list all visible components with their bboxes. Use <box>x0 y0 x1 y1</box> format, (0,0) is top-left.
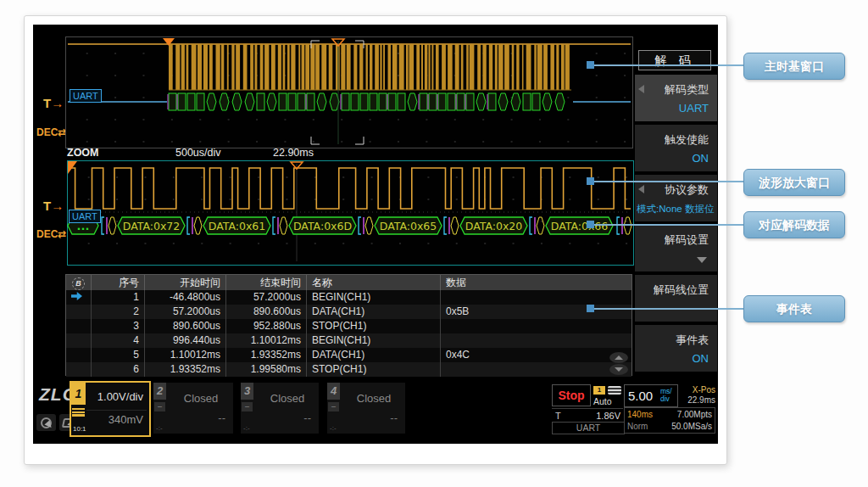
table-row[interactable]: 1-46.4800us57.2000usBEGIN(CH1) <box>66 290 632 305</box>
waveform-zoom-window[interactable]: ...DATA:0x72DATA:0x61DATA:0x6DDATA:0x65D… <box>67 160 634 266</box>
trigger-status-cluster[interactable]: Stop 1 Auto T 1.86V UART <box>550 383 625 434</box>
menu-item-extra: 模式:None 数据位 <box>637 203 717 216</box>
menu-item-label: 解码线位置 <box>654 283 709 298</box>
sample-rate: 50.0MSa/s <box>671 422 712 431</box>
menu-item-5[interactable]: 事件表ON <box>635 325 717 372</box>
menu-item-0[interactable]: 解码类型UART <box>635 75 717 121</box>
row-marker-cell <box>66 305 91 319</box>
acquire-mode: Norm <box>627 422 648 431</box>
menu-items: 解码类型UART触发使能ON协议参数模式:None 数据位解码设置解码线位置事件… <box>635 75 717 372</box>
zoom-waveform-and-decode: ...DATA:0x72DATA:0x61DATA:0x6DDATA:0x65D… <box>68 161 633 265</box>
menu-item-1[interactable]: 触发使能ON <box>635 125 717 171</box>
event-table-header-cell: 数据 <box>440 275 633 290</box>
capture-window: 140ms <box>627 410 653 419</box>
svg-text:DATA:0x20: DATA:0x20 <box>465 220 522 232</box>
arrow-right-icon: → <box>51 199 64 213</box>
table-cell: 1.93352ms <box>225 348 306 362</box>
table-cell: 890.600us <box>144 319 225 333</box>
callout-line <box>593 308 744 310</box>
decode-line-marker-zoom[interactable]: DEC⇄ <box>36 228 66 240</box>
trigger-coupling-icon <box>608 386 621 395</box>
menu-item-4[interactable]: 解码线位置 <box>635 275 717 322</box>
table-cell: STOP(CH1) <box>306 362 440 377</box>
channel-corner-text: -:- <box>156 424 163 432</box>
callout-decode-data: 对应解码数据 <box>743 211 845 238</box>
callout-zoom-window: 波形放大窗口 <box>743 169 845 196</box>
table-cell: -46.4800us <box>144 290 225 305</box>
callout-square-marker <box>587 61 594 69</box>
table-cell: 57.2000us <box>144 305 225 319</box>
channel-1-box[interactable]: 110:11.00V/div340mV <box>70 381 151 437</box>
zoom-scale-readout: 500us/div <box>175 147 221 159</box>
table-row[interactable]: 257.2000us890.600usDATA(CH1)0x5B <box>66 305 632 319</box>
trigger-level-marker-zoom[interactable]: T→ <box>43 199 64 213</box>
table-cell <box>440 362 633 377</box>
callout-main-window: 主时基窗口 <box>743 53 845 80</box>
uart-bus-tag-zoom[interactable]: UART <box>69 210 101 223</box>
event-table-header-cell: 结束时间 <box>225 275 306 290</box>
menu-item-label: 协议参数 <box>665 182 709 198</box>
menu-title: 解 码 <box>638 50 711 70</box>
channel-scale: 1.00V/div <box>97 390 143 403</box>
channel-number-tab: 1 <box>71 383 86 405</box>
event-table[interactable]: B序号开始时间结束时间名称数据1-46.4800us57.2000usBEGIN… <box>65 274 632 376</box>
svg-text:DATA:0x66: DATA:0x66 <box>551 220 608 232</box>
channel-3-box[interactable]: 3–Closed---:- <box>241 383 319 434</box>
zoom-window-title: ZOOM <box>67 147 99 159</box>
trigger-level-value: 1.86V <box>596 411 620 421</box>
event-table-corner-cell: B <box>66 275 91 290</box>
trigger-bus-type[interactable]: UART <box>552 422 625 434</box>
event-table-header: B序号开始时间结束时间名称数据 <box>66 275 632 290</box>
callout-square-marker <box>587 221 594 228</box>
row-marker-cell <box>66 290 91 305</box>
event-table-header-cell: 开始时间 <box>144 275 225 290</box>
xpos-label: X-Pos <box>693 385 715 395</box>
timebase-scale-box[interactable]: 5.00 ms/div <box>624 384 678 407</box>
uart-bus-tag-main[interactable]: UART <box>70 89 102 103</box>
table-cell: 1.10012ms <box>144 348 225 362</box>
acquisition-status[interactable]: Stop <box>552 384 591 406</box>
decode-line-marker-main[interactable]: DEC⇄ <box>36 126 66 138</box>
menu-item-3[interactable]: 解码设置 <box>635 225 717 271</box>
table-cell: BEGIN(CH1) <box>306 290 440 305</box>
table-cell: 4 <box>91 333 144 348</box>
touch-gesture-icon[interactable] <box>36 414 56 431</box>
table-cell <box>440 290 633 305</box>
timebase-scale: 5.00 <box>628 389 653 403</box>
table-row[interactable]: 51.10012ms1.93352msDATA(CH1)0x4C <box>66 348 632 362</box>
table-cell: 952.880us <box>225 319 306 333</box>
main-timebase-window[interactable] <box>65 36 633 148</box>
table-cell: 6 <box>91 362 144 377</box>
trigger-level-marker-main[interactable]: T→ <box>43 96 64 110</box>
callout-line <box>593 64 744 66</box>
channel-corner-text: -:- <box>330 424 337 432</box>
table-scroll-widget[interactable] <box>609 352 630 376</box>
channel-number-tab: 3 <box>241 383 253 400</box>
callout-square-marker <box>587 305 594 312</box>
table-row[interactable]: 3890.600us952.880usSTOP(CH1) <box>66 319 632 333</box>
menu-item-value: UART <box>679 102 709 115</box>
xpos-value: 22.9ms <box>687 395 715 405</box>
menu-item-label: 解码设置 <box>665 232 709 248</box>
timebase-cluster[interactable]: 5.00 ms/div X-Pos 22.9ms 140ms 7.00Mpts … <box>624 383 717 434</box>
table-row[interactable]: 61.93352ms1.99580msSTOP(CH1) <box>66 362 632 377</box>
table-cell: 1.10012ms <box>225 333 306 348</box>
scroll-down-button[interactable] <box>609 364 628 375</box>
trigger-type-label: T <box>555 411 561 421</box>
channel-value: -- <box>218 411 225 424</box>
channel-status: Closed <box>342 392 405 405</box>
table-cell: DATA(CH1) <box>306 348 440 362</box>
table-cell: 57.2000us <box>225 290 306 305</box>
svg-text:DATA:0x6D: DATA:0x6D <box>293 220 352 232</box>
svg-text:DATA:0x65: DATA:0x65 <box>380 220 437 232</box>
table-row[interactable]: 4996.440us1.10012msBEGIN(CH1) <box>66 333 632 348</box>
channel-2-box[interactable]: 2–Closed---:- <box>153 383 233 434</box>
table-cell <box>440 333 633 348</box>
table-cell: 0x4C <box>440 348 633 362</box>
channel-status: Closed <box>169 392 233 405</box>
timebase-unit: ms/div <box>660 388 672 403</box>
channel-sub-icon: – <box>328 402 339 411</box>
channel-4-box[interactable]: 4–Closed---:- <box>327 383 405 434</box>
swap-arrows-icon: ⇄ <box>58 228 66 240</box>
scroll-up-button[interactable] <box>609 352 628 363</box>
